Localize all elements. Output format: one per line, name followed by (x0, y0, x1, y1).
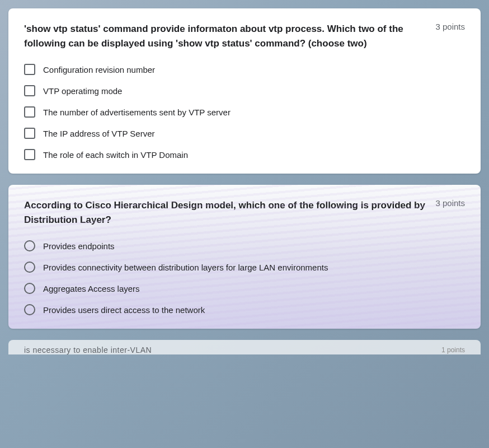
option-row[interactable]: The IP address of VTP Server (24, 128, 465, 139)
checkbox-icon[interactable] (24, 106, 35, 118)
question-header-2: According to Cisco Hierarchical Design m… (24, 198, 465, 227)
partial-points: 1 points (441, 346, 465, 354)
option-label: The IP address of VTP Server (43, 129, 155, 138)
option-label: Provides endpoints (43, 241, 115, 251)
option-label: The number of advertisements sent by VTP… (43, 108, 231, 117)
checkbox-icon[interactable] (24, 128, 35, 139)
question-text-1: 'show vtp status' command provide inform… (24, 22, 435, 50)
option-row[interactable]: Provides users direct access to the netw… (24, 304, 465, 315)
option-row[interactable]: The number of advertisements sent by VTP… (24, 106, 465, 118)
option-label: Configuration revision number (43, 65, 155, 74)
partial-question-text: is necessary to enable inter-VLAN (24, 346, 152, 354)
checkbox-icon[interactable] (24, 85, 35, 96)
radio-icon[interactable] (24, 262, 35, 273)
radio-icon[interactable] (24, 283, 35, 294)
checkbox-icon[interactable] (24, 149, 35, 160)
option-row[interactable]: VTP operatimg mode (24, 85, 465, 96)
question-text-2: According to Cisco Hierarchical Design m… (24, 198, 435, 227)
option-label: VTP operatimg mode (43, 86, 122, 96)
points-label-1: 3 points (435, 22, 465, 31)
points-label-2: 3 points (435, 198, 465, 208)
option-label: Provides users direct access to the netw… (43, 305, 205, 315)
option-label: Aggregates Access layers (43, 284, 140, 293)
question-header-1: 'show vtp status' command provide inform… (24, 22, 465, 50)
options-list-1: Configuration revision number VTP operat… (24, 64, 465, 160)
option-row[interactable]: Aggregates Access layers (24, 283, 465, 294)
radio-icon[interactable] (24, 304, 35, 315)
option-row[interactable]: Configuration revision number (24, 64, 465, 75)
partial-question-card: is necessary to enable inter-VLAN 1 poin… (8, 340, 481, 354)
question-card-2: According to Cisco Hierarchical Design m… (8, 185, 481, 329)
option-row[interactable]: Provides connectivity between distributi… (24, 262, 465, 273)
option-label: Provides connectivity between distributi… (43, 263, 328, 272)
option-row[interactable]: The role of each switch in VTP Domain (24, 149, 465, 160)
question-card-1: 'show vtp status' command provide inform… (8, 8, 481, 174)
options-list-2: Provides endpoints Provides connectivity… (24, 240, 465, 315)
option-label: The role of each switch in VTP Domain (43, 150, 188, 160)
radio-icon[interactable] (24, 240, 35, 251)
option-row[interactable]: Provides endpoints (24, 240, 465, 251)
checkbox-icon[interactable] (24, 64, 35, 75)
